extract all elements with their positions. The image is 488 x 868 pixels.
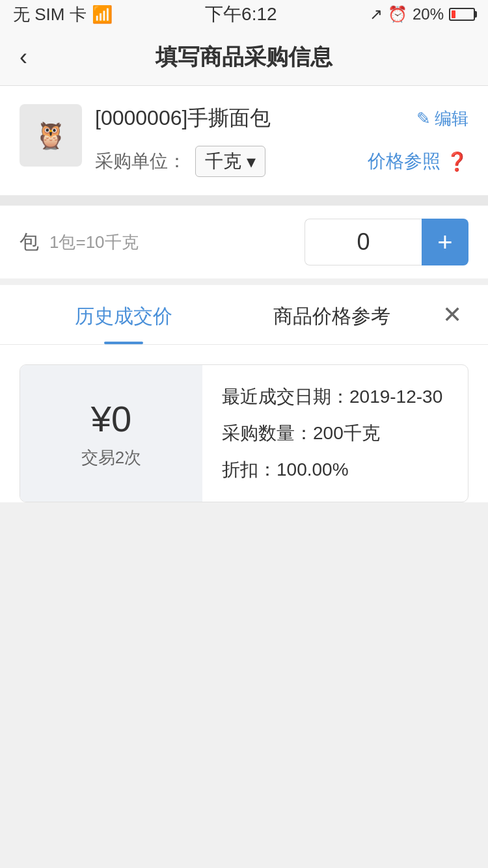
discount-label: 折扣： bbox=[222, 459, 277, 480]
edit-label: 编辑 bbox=[435, 107, 468, 130]
status-bar: 无 SIM 卡 📶 下午6:12 ↗ ⏰ 20% bbox=[0, 0, 488, 29]
section-divider bbox=[0, 195, 488, 206]
unit-value: 千克 bbox=[205, 149, 241, 174]
product-card: 🦉 [0000006]手撕面包 ✎ 编辑 采购单位： 千克 ▾ bbox=[0, 86, 488, 195]
main-content: 🦉 [0000006]手撕面包 ✎ 编辑 采购单位： 千克 ▾ bbox=[0, 86, 488, 868]
product-logo: 🦉 bbox=[20, 104, 82, 167]
tab-history-price[interactable]: 历史成交价 bbox=[20, 285, 228, 344]
discount-value: 100.00% bbox=[277, 459, 349, 480]
location-icon: ↗ bbox=[370, 5, 383, 23]
price-ref-label: 价格参照 bbox=[368, 149, 441, 174]
price-reference-button[interactable]: 价格参照 ❓ bbox=[368, 149, 468, 174]
increment-button[interactable]: + bbox=[422, 219, 468, 265]
tab-close-button[interactable]: ✕ bbox=[436, 295, 468, 335]
purchase-unit-section: 采购单位： 千克 ▾ bbox=[95, 146, 265, 177]
wifi-icon: 📶 bbox=[92, 5, 113, 25]
quantity-row: 包 1包=10千克 + bbox=[0, 206, 488, 278]
recent-date-label: 最近成交日期： bbox=[222, 387, 349, 407]
status-left: 无 SIM 卡 📶 bbox=[13, 3, 113, 26]
time-label: 下午6:12 bbox=[205, 2, 277, 27]
price-amount: ¥0 bbox=[91, 398, 131, 440]
trades-label: 交易2次 bbox=[81, 446, 141, 469]
unit-box-label: 包 bbox=[20, 229, 39, 256]
nav-bar: ‹ 填写商品采购信息 bbox=[0, 29, 488, 86]
discount-row: 折扣：100.00% bbox=[222, 457, 448, 482]
recent-date-value: 2019-12-30 bbox=[349, 387, 442, 407]
product-image: 🦉 bbox=[34, 120, 67, 151]
purchase-row: 采购单位： 千克 ▾ 价格参照 ❓ bbox=[95, 146, 468, 177]
page-title: 填写商品采购信息 bbox=[156, 42, 332, 72]
tab-header: 历史成交价 商品价格参考 ✕ bbox=[0, 285, 488, 345]
carrier-label: 无 SIM 卡 bbox=[13, 3, 87, 26]
battery-percent: 20% bbox=[413, 5, 444, 23]
back-button[interactable]: ‹ bbox=[20, 44, 27, 71]
product-info: [0000006]手撕面包 ✎ 编辑 采购单位： 千克 ▾ 价格参照 ❓ bbox=[95, 104, 468, 177]
unit-dropdown[interactable]: 千克 ▾ bbox=[195, 146, 265, 177]
currency-symbol: ¥ bbox=[91, 398, 111, 439]
quantity-input[interactable] bbox=[305, 219, 422, 265]
edit-icon: ✎ bbox=[416, 109, 431, 129]
product-header: [0000006]手撕面包 ✎ 编辑 bbox=[95, 104, 468, 133]
tab-section: 历史成交价 商品价格参考 ✕ ¥0 交易2次 最近成交日期：2019-12-30… bbox=[0, 285, 488, 502]
battery-fill bbox=[452, 10, 455, 18]
price-left: ¥0 交易2次 bbox=[20, 365, 202, 502]
tab-price-reference[interactable]: 商品价格参考 bbox=[228, 285, 436, 344]
edit-button[interactable]: ✎ 编辑 bbox=[416, 107, 468, 130]
status-right: ↗ ⏰ 20% bbox=[370, 5, 475, 23]
recent-date-row: 最近成交日期：2019-12-30 bbox=[222, 385, 448, 409]
price-right: 最近成交日期：2019-12-30 采购数量：200千克 折扣：100.00% bbox=[202, 365, 468, 502]
purchase-qty-value: 200千克 bbox=[313, 423, 380, 443]
purchase-unit-label: 采购单位： bbox=[95, 151, 186, 171]
alarm-icon: ⏰ bbox=[388, 5, 407, 23]
purchase-qty-row: 采购数量：200千克 bbox=[222, 421, 448, 446]
price-card: ¥0 交易2次 最近成交日期：2019-12-30 采购数量：200千克 折扣：… bbox=[20, 364, 468, 502]
amount-value: 0 bbox=[111, 398, 131, 439]
dropdown-arrow-icon: ▾ bbox=[247, 151, 256, 172]
unit-info: 包 1包=10千克 bbox=[20, 229, 139, 256]
purchase-qty-label: 采购数量： bbox=[222, 423, 313, 443]
unit-conversion: 1包=10千克 bbox=[49, 231, 139, 254]
product-name: [0000006]手撕面包 bbox=[95, 104, 271, 133]
battery-icon bbox=[449, 8, 475, 21]
help-icon: ❓ bbox=[446, 151, 468, 172]
quantity-input-group: + bbox=[305, 219, 468, 265]
